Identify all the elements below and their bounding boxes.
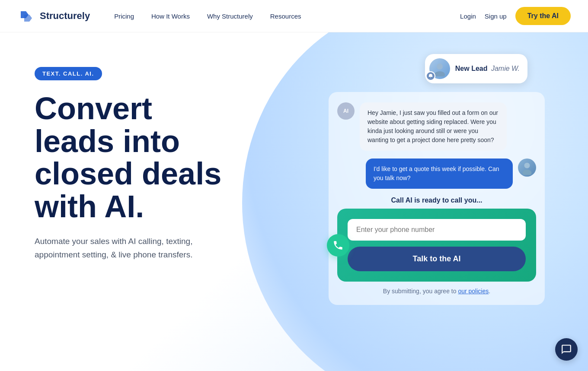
hero-title: Convert leads into closed deals with AI. [35, 92, 268, 223]
phone-input[interactable] [348, 219, 526, 241]
policy-link[interactable]: our policies [458, 288, 489, 295]
user-avatar-icon [520, 160, 534, 175]
ai-message-row: AI Hey Jamie, I just saw you filled out … [337, 102, 536, 151]
nav-why[interactable]: Why Structurely [200, 9, 260, 23]
hero-title-line2: leads into [35, 124, 180, 159]
bell-icon [426, 71, 435, 81]
svg-point-4 [522, 170, 531, 175]
logo-link[interactable]: Structurely [17, 7, 90, 25]
call-ready-text: Call AI is ready to call you... [337, 197, 536, 204]
svg-point-2 [435, 71, 445, 76]
logo-icon [17, 7, 35, 25]
ai-badge: AI [337, 102, 355, 120]
login-link[interactable]: Login [460, 13, 476, 20]
talk-to-ai-button[interactable]: Talk to the AI [348, 247, 526, 271]
new-lead-notification: New Lead Jamie W. [425, 54, 527, 83]
policy-text-before: By submitting, you agree to [383, 288, 458, 295]
nav-resources[interactable]: Resources [263, 9, 308, 23]
user-message-bubble: I'd like to get a quote this week if pos… [366, 159, 513, 189]
nav-how-it-works[interactable]: How It Works [144, 9, 197, 23]
hero-left: TEXT. CALL. AI. Convert leads into close… [0, 32, 294, 287]
user-avatar [518, 159, 536, 177]
nav-pricing[interactable]: Pricing [107, 9, 141, 23]
ai-message-bubble: Hey Jamie, I just saw you filled out a f… [360, 102, 507, 151]
svg-point-1 [437, 63, 443, 70]
call-card: Talk to the AI [337, 209, 536, 282]
lead-name: Jamie W. [491, 65, 520, 72]
policy-text-after: . [489, 288, 490, 295]
chat-area: AI Hey Jamie, I just saw you filled out … [329, 92, 545, 305]
nav-right: Login Sign up Try the AI [460, 7, 571, 25]
notif-avatar-container [429, 58, 450, 79]
signup-link[interactable]: Sign up [485, 13, 507, 20]
navbar: Structurely Pricing How It Works Why Str… [0, 0, 588, 32]
try-ai-button[interactable]: Try the AI [515, 7, 571, 25]
new-lead-label: New Lead [455, 65, 488, 72]
phone-float-icon [327, 234, 349, 257]
user-message-row: I'd like to get a quote this week if pos… [337, 159, 536, 189]
policy-text: By submitting, you agree to our policies… [337, 288, 536, 295]
svg-point-3 [524, 163, 530, 168]
hero-right: New Lead Jamie W. AI Hey Jamie, I just s… [294, 32, 588, 305]
hero-section: TEXT. CALL. AI. Convert leads into close… [0, 32, 588, 371]
chat-support-icon [561, 344, 572, 355]
hero-subtitle: Automate your sales with AI calling, tex… [35, 235, 233, 261]
hero-title-line1: Convert [35, 91, 152, 126]
nav-links: Pricing How It Works Why Structurely Res… [107, 9, 460, 23]
hero-badge: TEXT. CALL. AI. [35, 67, 102, 80]
hero-title-line3: closed deals [35, 156, 221, 191]
chat-support-widget[interactable] [555, 338, 578, 361]
chat-demo: New Lead Jamie W. AI Hey Jamie, I just s… [329, 54, 545, 305]
logo-text: Structurely [40, 10, 90, 22]
hero-title-line4: with AI. [35, 189, 144, 224]
notif-text: New Lead Jamie W. [455, 65, 520, 73]
call-cta-section: Call AI is ready to call you... Talk to … [337, 197, 536, 295]
